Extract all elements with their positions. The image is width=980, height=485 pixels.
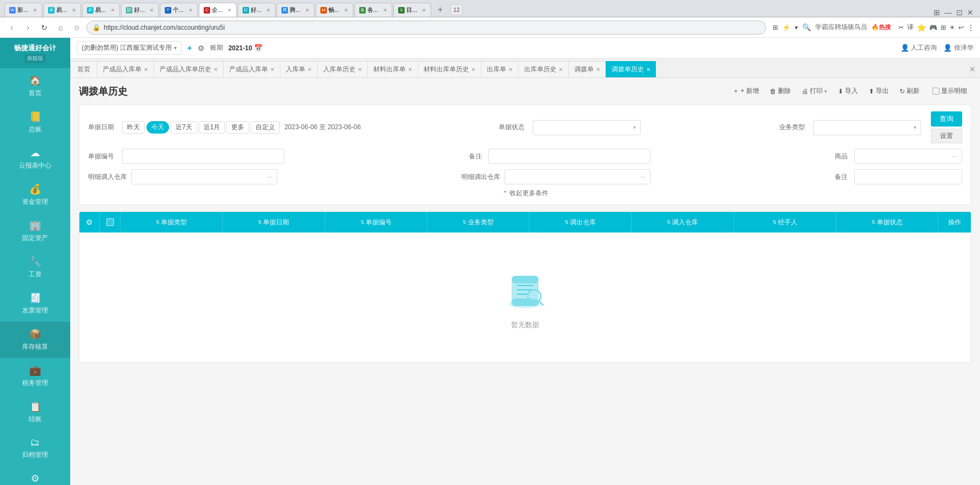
display-toggle[interactable]: 显示明细 — [928, 84, 971, 98]
tab-close-icon[interactable]: ✕ — [72, 8, 76, 13]
tab-close-icon[interactable]: ✕ — [307, 67, 312, 72]
sidebar-item-ledger[interactable]: 📒 总账 — [0, 104, 70, 141]
tab-close-icon[interactable]: ✕ — [358, 67, 362, 72]
tab-close-icon[interactable]: ✕ — [227, 8, 232, 13]
th-checkbox[interactable] — [100, 212, 120, 232]
nav-bookmark-button[interactable]: ☆ — [70, 21, 83, 34]
today-btn[interactable]: 今天 — [146, 121, 169, 134]
user-info[interactable]: 👤 徐泽华 — [943, 43, 974, 52]
page-tab-1[interactable]: 产成品入库单 ✕ — [97, 61, 153, 77]
yesterday-btn[interactable]: 昨天 — [122, 121, 145, 134]
consulting-button[interactable]: 👤 人工咨询 — [901, 43, 937, 52]
address-bar[interactable]: 🔒 https://cloud.chanjet.com/accounting/u… — [86, 21, 766, 35]
page-tab-close-panel[interactable]: ✕ — [965, 61, 980, 77]
th-date[interactable]: ⇅ 单据日期 — [223, 212, 325, 232]
sidebar-item-tax[interactable]: 💼 税务管理 — [0, 358, 70, 394]
page-tab-4[interactable]: 入库单 ✕ — [280, 61, 317, 77]
add-account-button[interactable]: + — [187, 43, 192, 53]
print-button[interactable]: 🖨 打印 ▾ — [797, 84, 831, 98]
sidebar-item-fixed-assets[interactable]: 🏢 固定资产 — [0, 213, 70, 249]
company-selector[interactable]: (勿删勿禁用) 江西服宝测试专用 ▾ — [77, 41, 182, 55]
sidebar-item-closing[interactable]: 📋 结账 — [0, 394, 70, 430]
tab-close-icon[interactable]: ✕ — [144, 67, 148, 72]
detail-remark-input[interactable] — [854, 169, 962, 184]
page-tab-2[interactable]: 产成品入库单历史 ✕ — [153, 61, 223, 77]
browser-tab-2[interactable]: 易 易... ✕ — [43, 3, 81, 17]
sidebar-item-fund[interactable]: 💰 资金管理 — [0, 177, 70, 213]
tab-close-icon[interactable]: ✕ — [305, 8, 310, 13]
browser-tab-10[interactable]: 各 各... ✕ — [354, 3, 392, 17]
th-biz-type[interactable]: ⇅ 业务类型 — [427, 212, 529, 232]
nav-forward-button[interactable]: › — [22, 21, 35, 34]
tab-close-icon[interactable]: ✕ — [150, 8, 154, 13]
nav-refresh-button[interactable]: ↻ — [38, 21, 51, 34]
nav-back-button[interactable]: ‹ — [5, 21, 18, 34]
page-tab-3[interactable]: 产成品入库单 ✕ — [223, 61, 280, 77]
sidebar-item-payroll[interactable]: 🔧 工资 — [0, 249, 70, 285]
tab-bar-close[interactable]: ✕ — [967, 8, 974, 17]
export-button[interactable]: ⬆ 导出 — [864, 84, 893, 98]
browser-tab-11[interactable]: S 目... ✕ — [393, 3, 431, 17]
th-out-wh[interactable]: ⇅ 调出仓库 — [529, 212, 632, 232]
th-in-wh[interactable]: ⇅ 调入仓库 — [632, 212, 734, 232]
browser-tab-9[interactable]: M 畅... ✕ — [316, 3, 353, 17]
sidebar-item-settings[interactable]: ⚙ 基础设置 — [0, 466, 70, 485]
th-type[interactable]: ⇅ 单据类型 — [120, 212, 223, 232]
page-tab-home[interactable]: 首页 — [70, 61, 97, 77]
delete-button[interactable]: 🗑 删除 — [766, 84, 795, 98]
tab-close-icon[interactable]: ✕ — [559, 67, 563, 72]
tab-close-icon[interactable]: ✕ — [596, 67, 600, 72]
nav-home-button[interactable]: ⌂ — [54, 21, 67, 34]
remark-input[interactable] — [488, 149, 650, 164]
collapse-button[interactable]: ⌃ 收起更多条件 — [502, 189, 548, 198]
import-button[interactable]: ⬇ 导入 — [834, 84, 862, 98]
browser-tab-8[interactable]: 腾 腾... ✕ — [277, 3, 314, 17]
sidebar-item-invoice[interactable]: 🧾 发票管理 — [0, 285, 70, 322]
new-button[interactable]: ＋ + 新增 — [728, 84, 763, 98]
tab-close-icon[interactable]: ✕ — [189, 8, 193, 13]
settings-button[interactable]: 设置 — [931, 129, 962, 143]
tab-close-icon[interactable]: ✕ — [646, 67, 650, 72]
tab-close-icon[interactable]: ✕ — [383, 8, 387, 13]
last1month-btn[interactable]: 近1月 — [199, 121, 225, 134]
tab-close-icon[interactable]: ✕ — [270, 67, 274, 72]
page-tab-7[interactable]: 材料出库单历史 ✕ — [418, 61, 481, 77]
goods-input[interactable]: ··· — [854, 149, 962, 164]
tab-close-icon[interactable]: ✕ — [111, 8, 115, 13]
page-tab-active[interactable]: 调拨单历史 ✕ — [606, 61, 656, 77]
tab-close-icon[interactable]: ✕ — [344, 8, 348, 13]
settings-gear-button[interactable]: ⚙ — [198, 44, 205, 52]
th-gear[interactable]: ⚙ — [79, 212, 100, 232]
voucher-no-input[interactable] — [122, 149, 284, 164]
last7days-btn[interactable]: 近7天 — [171, 121, 197, 134]
page-tab-8[interactable]: 出库单 ✕ — [481, 61, 518, 77]
tab-close-icon[interactable]: ✕ — [213, 67, 218, 72]
detail-in-input[interactable]: ··· — [131, 169, 277, 184]
browser-tab-3[interactable]: 易 易... ✕ — [82, 3, 120, 17]
page-tab-6[interactable]: 材料出库单 ✕ — [367, 61, 418, 77]
tab-close-icon[interactable]: ✕ — [471, 67, 475, 72]
page-tab-10[interactable]: 调拨单 ✕ — [568, 61, 606, 77]
th-handler[interactable]: ⇅ 经手人 — [734, 212, 836, 232]
tab-close-icon[interactable]: ✕ — [508, 67, 513, 72]
sidebar-item-home[interactable]: 🏠 首页 — [0, 68, 70, 104]
sidebar-item-archive[interactable]: 🗂 归档管理 — [0, 430, 70, 466]
browser-tab-4[interactable]: 好 好... ✕ — [121, 3, 159, 17]
sidebar-item-report[interactable]: ☁ 云报表中心 — [0, 141, 70, 177]
sidebar-item-inventory[interactable]: 📦 库存核算 — [0, 322, 70, 358]
refresh-button[interactable]: ↻ 刷新 — [895, 84, 924, 98]
browser-tab-5[interactable]: 个 个... ✕ — [160, 3, 198, 17]
browser-tab-active[interactable]: C 企... ✕ — [199, 3, 237, 17]
new-tab-button[interactable]: + — [433, 3, 447, 17]
page-tab-9[interactable]: 出库单历史 ✕ — [518, 61, 568, 77]
detail-out-input[interactable]: ··· — [505, 169, 650, 184]
browser-tab-1[interactable]: W 新... ✕ — [4, 3, 42, 17]
custom-btn[interactable]: 自定义 — [251, 121, 280, 134]
tab-close-icon[interactable]: ✕ — [422, 8, 426, 13]
th-no[interactable]: ⇅ 单据编号 — [325, 212, 427, 232]
tab-close-icon[interactable]: ✕ — [408, 67, 412, 72]
period-value[interactable]: 2021-10 📅 — [229, 44, 263, 52]
status-select[interactable]: ▾ — [533, 120, 641, 135]
tab-close-icon[interactable]: ✕ — [266, 8, 271, 13]
more-btn[interactable]: 更多 — [226, 121, 249, 134]
